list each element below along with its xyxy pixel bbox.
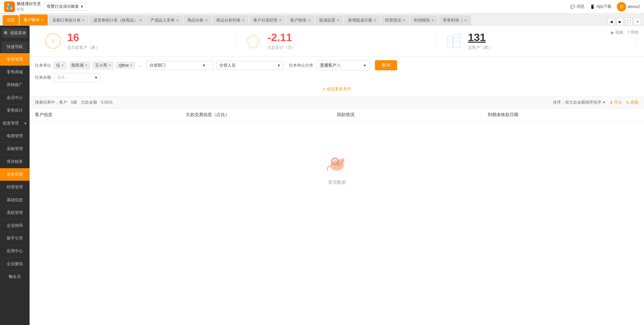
svg-rect-10	[455, 41, 456, 43]
tab-bar: 首页 客户账本 ✕ 采购订单统计表 ✕ 进货单统计表（按商品） ✕ 产成品入库单…	[0, 13, 644, 26]
sidebar-item-basic-info[interactable]: 基础信息	[0, 194, 30, 207]
filter-tag-cjttcw[interactable]: cjttcw ✕	[116, 62, 135, 69]
sidebar-item-app-center[interactable]: 应用中心	[0, 245, 30, 258]
company-selector[interactable]: 母婴行业演示账套 ▼	[44, 2, 87, 11]
tab-scroll-right[interactable]: ▶	[616, 18, 624, 25]
quick-nav-button[interactable]: 快捷导航	[1, 41, 28, 52]
sidebar-item-purchase[interactable]: 采购管理	[0, 143, 30, 155]
person-filter-select[interactable]: 分管人员 ⋯ ▼	[216, 61, 284, 70]
tab-home[interactable]: 首页	[3, 15, 19, 25]
close-icon[interactable]: ✕	[279, 19, 282, 22]
tab-customer-tier[interactable]: 客户分层经营 ✕	[249, 15, 286, 25]
sidebar-item-wholesale[interactable]: 批发管理 ▼	[0, 117, 30, 130]
close-icon[interactable]: ✕	[308, 19, 310, 22]
tab-expand[interactable]: ⛶	[625, 18, 633, 25]
tab-retail-profit[interactable]: 零售利润（ ✕	[439, 15, 471, 25]
tab-product-analysis[interactable]: 商品分析 ✕	[183, 15, 212, 25]
filter-more-button[interactable]: ...	[138, 63, 141, 68]
sidebar-item-retail-mall[interactable]: 零售商城	[0, 66, 30, 79]
sidebar-item-inventory[interactable]: 库存核算	[0, 155, 30, 168]
tab-purchase-order[interactable]: 采购订单统计表 ✕	[48, 15, 89, 25]
dept-filter-select[interactable]: 分管部门 ▼ ⋯	[146, 61, 214, 70]
close-icon[interactable]: ✕	[402, 19, 405, 22]
balance-filter-select[interactable]: 选择... ▼	[54, 73, 101, 82]
sidebar-item-member[interactable]: 会员中心	[0, 92, 30, 104]
tab-customer-contact[interactable]: 客户联络 ✕	[286, 15, 314, 25]
refresh-button[interactable]: ↻ 刷新	[626, 100, 639, 105]
close-icon[interactable]: ✕	[82, 19, 85, 22]
tab-label: 客户分层经营	[253, 17, 277, 23]
clear-person-icon[interactable]: ⋯	[272, 63, 276, 68]
sidebar-item-finance[interactable]: 资金管理	[0, 168, 30, 181]
sidebar-item-label: 零售商城	[7, 70, 23, 74]
tab-customer-ledger[interactable]: 客户账本 ✕	[19, 14, 48, 25]
user-menu[interactable]: D demo2	[617, 2, 640, 11]
tab-minimize[interactable]: ×	[634, 18, 641, 25]
export-button[interactable]: ⬇ 导出	[610, 100, 622, 105]
tab-commission-settings[interactable]: 提成设置 ✕	[315, 15, 343, 25]
search-button[interactable]: 查询	[375, 60, 397, 70]
video-link[interactable]: ▶ 视频	[611, 30, 623, 35]
remove-icon[interactable]: ✕	[130, 63, 133, 68]
tab-business[interactable]: 经营情况 ✕	[381, 15, 409, 25]
close-icon[interactable]: ✕	[337, 19, 339, 22]
sidebar-item-system[interactable]: 系统管理	[0, 207, 30, 219]
sidebar-item-member-plus[interactable]: 畅会员	[0, 270, 30, 283]
sort-selector[interactable]: 排序：按欠款金额倒序排序 ▼	[553, 100, 606, 105]
sidebar-item-label: 系统管理	[7, 210, 23, 215]
sidebar-item-operations[interactable]: 经营管理	[0, 181, 30, 194]
tab-finished-goods[interactable]: 产成品入库单 ✕	[146, 15, 183, 25]
help-link[interactable]: ? 帮助	[627, 30, 639, 35]
stat-value-amount: -2.11	[267, 32, 296, 43]
sidebar-item-retail-stats[interactable]: 零售统计	[0, 104, 30, 117]
clear-dept-icon[interactable]: ⋯	[207, 63, 211, 68]
tab-scroll-left[interactable]: ◀	[608, 18, 615, 25]
sidebar-item-enterprise-collab[interactable]: 企业协同	[0, 219, 30, 232]
remove-icon[interactable]: ✕	[337, 63, 340, 68]
logo-icon: 🏪	[4, 1, 15, 12]
sidebar-item-retail[interactable]: 零售管理	[0, 53, 30, 66]
message-button[interactable]: 💬 消息	[570, 4, 585, 9]
close-icon[interactable]: ✕	[431, 19, 434, 22]
filter-tag-wang[interactable]: 王小亮 ✕	[93, 62, 114, 69]
filter-tag-chen[interactable]: 陈民强 ✕	[69, 62, 90, 69]
diamond-icon	[243, 31, 263, 51]
sidebar-item-newbie[interactable]: 新手引导	[0, 232, 30, 245]
sidebar-item-ecommerce[interactable]: 电商管理	[0, 130, 30, 143]
close-icon[interactable]: ✕	[242, 19, 245, 22]
close-icon[interactable]: ✕	[41, 18, 44, 22]
svg-rect-5	[453, 34, 461, 48]
collapse-button[interactable]: ∧ 收起更多条件	[321, 85, 352, 93]
tab-label: 客户联络	[290, 17, 306, 23]
remove-icon[interactable]: ✕	[61, 63, 64, 68]
top-bar-left: 🏪 畅捷通好生意 标版 母婴行业演示账套 ▼	[4, 1, 87, 12]
sidebar-item-label: 经营管理	[7, 185, 23, 189]
tab-profit-report[interactable]: 利润报告 ✕	[410, 15, 438, 25]
tab-commission-plan[interactable]: 新增提成方案 ✕	[344, 15, 380, 25]
close-icon[interactable]: ✕	[205, 19, 208, 22]
app-download-button[interactable]: 📱 App下载	[590, 4, 611, 9]
close-icon[interactable]: ✕	[139, 19, 142, 22]
stat-value-customers: 16	[67, 32, 99, 43]
close-icon[interactable]: ✕	[374, 19, 376, 22]
video-icon: ▶	[611, 30, 614, 35]
empty-text: 暂无数据	[328, 179, 346, 185]
sidebar-item-marketing[interactable]: 营销推广	[0, 79, 30, 92]
close-icon[interactable]: ✕	[176, 19, 179, 22]
close-icon[interactable]: ✕	[464, 19, 467, 22]
tab-home-label: 首页	[7, 17, 15, 23]
tab-label: 提成设置	[319, 17, 335, 23]
filter-tag-wu[interactable]: 伍 ✕	[54, 62, 67, 69]
stat-info-amount: -2.11 欠款合计（万）	[267, 32, 296, 50]
sidebar-item-label: 营销推广	[7, 82, 23, 87]
category-filter-select[interactable]: 普通客户 ✕ ▼	[316, 61, 370, 70]
category-tag[interactable]: 普通客户 ✕	[319, 62, 342, 69]
remove-icon[interactable]: ✕	[108, 63, 111, 68]
sidebar-item-wechat[interactable]: 企业微信	[0, 258, 30, 270]
tab-product-analysis-list[interactable]: 商品分析列表 ✕	[212, 15, 249, 25]
search-menu-button[interactable]: 🔍 搜索菜单	[2, 28, 28, 38]
stat-label-amount: 欠款合计（万）	[267, 45, 296, 50]
tab-purchase-stats[interactable]: 进货单统计表（按商品） ✕	[89, 15, 146, 25]
remove-icon[interactable]: ✕	[85, 63, 88, 68]
tab-label: 采购订单统计表	[52, 17, 81, 23]
